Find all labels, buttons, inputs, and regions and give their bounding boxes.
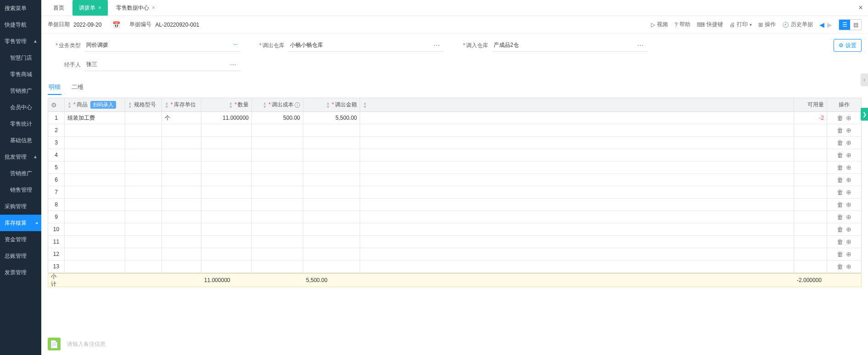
cell-qty[interactable] xyxy=(201,149,252,161)
col-qty[interactable]: ▲▼数量 xyxy=(201,98,252,111)
cell-spec[interactable] xyxy=(125,174,162,186)
table-row[interactable]: 10🗑⊕ xyxy=(48,223,861,236)
cell-spec[interactable] xyxy=(125,223,162,235)
sidebar-quicknav[interactable]: 快捷导航 xyxy=(0,17,41,33)
cell-unit[interactable] xyxy=(162,236,201,248)
cell-amt[interactable] xyxy=(303,149,360,161)
cell-amt[interactable] xyxy=(303,223,360,235)
cell-spec[interactable] xyxy=(125,261,162,272)
add-row-icon[interactable]: ⊕ xyxy=(846,213,851,221)
handler-select[interactable]: 张三 ⋯ xyxy=(84,58,240,71)
history-button[interactable]: 🕘历史单据 xyxy=(782,21,813,28)
side-collapse-handle[interactable]: ‹ xyxy=(861,73,868,86)
sidebar-item-smartstore[interactable]: 智慧门店 xyxy=(0,50,41,66)
table-row[interactable]: 6🗑⊕ xyxy=(48,174,861,186)
cell-qty[interactable] xyxy=(201,199,252,211)
sidebar-item-basicinfo[interactable]: 基础信息 xyxy=(0,132,41,149)
cell-unit[interactable] xyxy=(162,124,201,136)
cell-qty[interactable] xyxy=(201,161,252,173)
cell-unit[interactable] xyxy=(162,149,201,161)
col-cost[interactable]: ▲▼调出成本i xyxy=(252,98,303,111)
add-row-icon[interactable]: ⊕ xyxy=(846,189,851,196)
add-row-icon[interactable]: ⊕ xyxy=(846,176,851,183)
cell-cost[interactable] xyxy=(252,211,303,223)
print-button[interactable]: 🖨打印▾ xyxy=(729,21,752,28)
sidebar-item-ledger[interactable]: 总账管理 xyxy=(0,248,41,264)
delete-row-icon[interactable]: 🗑 xyxy=(837,189,843,196)
info-icon[interactable]: i xyxy=(295,102,300,108)
more-icon[interactable]: ⋯ xyxy=(635,42,646,49)
cell-amt[interactable] xyxy=(303,161,360,173)
delete-row-icon[interactable]: 🗑 xyxy=(837,176,843,183)
sidebar-item-purchase[interactable]: 采购管理 xyxy=(0,198,41,215)
cell-cost[interactable] xyxy=(252,161,303,173)
sidebar-item-retailmall[interactable]: 零售商城 xyxy=(0,66,41,83)
sidebar-item-funds[interactable]: 资金管理 xyxy=(0,231,41,248)
cell-cost[interactable]: 500.00 xyxy=(252,112,303,124)
cell-spec[interactable] xyxy=(125,199,162,211)
cell-cost[interactable] xyxy=(252,186,303,198)
cell-cost[interactable] xyxy=(252,236,303,248)
next-doc-button[interactable]: ▶ xyxy=(827,21,832,28)
cell-spec[interactable] xyxy=(125,137,162,149)
close-icon[interactable]: × xyxy=(152,0,155,16)
cell-unit[interactable] xyxy=(162,261,201,272)
cell-qty[interactable]: 11.000000 xyxy=(201,112,252,124)
tab-transfer[interactable]: 调拨单 × xyxy=(72,0,108,16)
cell-amt[interactable] xyxy=(303,174,360,186)
cell-cost[interactable] xyxy=(252,261,303,272)
cell-qty[interactable] xyxy=(201,174,252,186)
cell-product[interactable] xyxy=(65,261,125,272)
cell-qty[interactable] xyxy=(201,223,252,235)
delete-row-icon[interactable]: 🗑 xyxy=(837,114,843,122)
cell-qty[interactable] xyxy=(201,124,252,136)
sidebar-item-inventory[interactable]: 库存核算 ◂ xyxy=(0,215,41,231)
cell-amt[interactable] xyxy=(303,211,360,223)
add-row-icon[interactable]: ⊕ xyxy=(846,139,851,146)
add-row-icon[interactable]: ⊕ xyxy=(846,250,851,258)
cell-qty[interactable] xyxy=(201,261,252,272)
table-row[interactable]: 1组装加工费个11.000000500.005,500.00-2🗑⊕ xyxy=(48,112,861,124)
cell-product[interactable] xyxy=(65,236,125,248)
cell-qty[interactable] xyxy=(201,236,252,248)
inwh-select[interactable]: 产成品2仓 ⋯ xyxy=(492,39,648,52)
tab-retaildata[interactable]: 零售数据中心 × xyxy=(110,0,161,16)
add-row-icon[interactable]: ⊕ xyxy=(846,164,851,171)
delete-row-icon[interactable]: 🗑 xyxy=(837,164,843,171)
close-all-tabs[interactable]: × xyxy=(853,0,868,16)
delete-row-icon[interactable]: 🗑 xyxy=(837,213,843,221)
biztype-select[interactable]: 同价调拨 ﹀ xyxy=(84,39,240,52)
cell-cost[interactable] xyxy=(252,223,303,235)
add-row-icon[interactable]: ⊕ xyxy=(846,127,851,134)
table-row[interactable]: 7🗑⊕ xyxy=(48,186,861,199)
sidebar-item-invoice[interactable]: 发票管理 xyxy=(0,264,41,281)
subtab-2d[interactable]: 二维 xyxy=(71,80,84,95)
cell-product[interactable] xyxy=(65,199,125,211)
col-avail[interactable]: 可用量 xyxy=(794,98,827,111)
cell-product[interactable] xyxy=(65,248,125,260)
cell-unit[interactable] xyxy=(162,199,201,211)
col-spec[interactable]: ▲▼规格型号 xyxy=(125,98,162,111)
cell-product[interactable] xyxy=(65,223,125,235)
settings-button[interactable]: ⚙设置 xyxy=(834,39,862,52)
hotkey-button[interactable]: ⌨快捷键 xyxy=(697,21,723,28)
outwh-select[interactable]: 小畅小畅仓库 ⋯ xyxy=(288,39,444,52)
sidebar-item-retailstats[interactable]: 零售统计 xyxy=(0,116,41,132)
cell-amt[interactable] xyxy=(303,261,360,272)
cell-unit[interactable] xyxy=(162,223,201,235)
list-view-button[interactable]: ☰ xyxy=(839,20,850,30)
tab-home[interactable]: 首页 xyxy=(47,0,71,16)
cell-qty[interactable] xyxy=(201,248,252,260)
video-button[interactable]: ▷视频 xyxy=(651,21,668,28)
cell-product[interactable] xyxy=(65,174,125,186)
cell-spec[interactable] xyxy=(125,248,162,260)
cell-spec[interactable] xyxy=(125,149,162,161)
table-row[interactable]: 5🗑⊕ xyxy=(48,161,861,174)
cell-unit[interactable] xyxy=(162,211,201,223)
cell-amt[interactable] xyxy=(303,137,360,149)
cell-qty[interactable] xyxy=(201,211,252,223)
col-product[interactable]: ▲▼商品扫码录入 xyxy=(65,98,125,111)
cell-unit[interactable] xyxy=(162,137,201,149)
cell-cost[interactable] xyxy=(252,174,303,186)
add-row-icon[interactable]: ⊕ xyxy=(846,263,851,270)
